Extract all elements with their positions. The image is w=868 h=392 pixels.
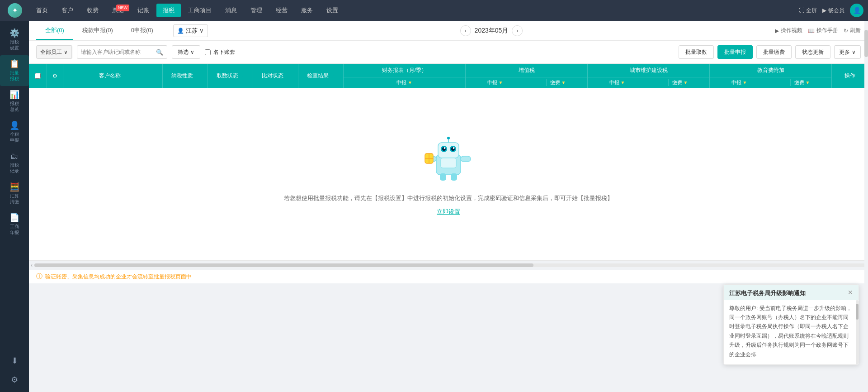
more-label: 更多 [839, 48, 850, 56]
sidebar-annual-report[interactable]: 📄 工商年报 [0, 209, 29, 240]
sidebar-annual-report-label: 工商年报 [10, 224, 19, 235]
notif-scrollbar[interactable] [856, 300, 859, 364]
nav-right-area: ⛶ 全屏 ▶ 畅会员 👤 [799, 4, 863, 17]
th-action: 操作 [832, 64, 868, 88]
user-avatar[interactable]: 👤 [850, 4, 863, 17]
operation-manual-button[interactable]: 📖 操作手册 [808, 27, 838, 34]
accounts-checkbox[interactable] [205, 49, 211, 55]
scroll-left-arrow[interactable]: ‹ [31, 262, 33, 268]
scrollbar-track[interactable] [34, 263, 866, 267]
nav-fee[interactable]: 收费 [80, 4, 105, 17]
notification-body-wrap: 尊敬的用户: 受当前电子税务局进一步升级的影响，同一个政务网账号（办税人）名下的… [724, 300, 859, 364]
sidebar-personal-tax[interactable]: 👤 个税申报 [0, 117, 29, 148]
search-input[interactable] [81, 49, 153, 55]
svg-rect-13 [451, 173, 457, 181]
employee-select[interactable]: 全部员工 ∨ [36, 45, 72, 59]
sidebar-tax-overview[interactable]: 📊 报税总览 [0, 86, 29, 117]
region-selector[interactable]: 👤 江苏 ∨ [173, 24, 208, 37]
nav-invoice[interactable]: 票据 NEW [106, 4, 130, 17]
th-edu-label: 教育费附加 [710, 64, 831, 77]
period-display: 2023年05月 [475, 27, 509, 35]
sidebar-settlement-label: 汇算清缴 [10, 193, 19, 205]
member-icon: ▶ [822, 7, 826, 14]
sidebar-personal-tax-label: 个税申报 [10, 131, 19, 143]
svg-point-9 [447, 137, 450, 139]
region-label: 江苏 [186, 27, 198, 35]
member-button[interactable]: ▶ 畅会员 [822, 7, 844, 14]
avatar-icon: 👤 [853, 7, 861, 14]
checkbox-label[interactable]: 名下账套 [205, 48, 235, 56]
sidebar-tax-records[interactable]: 🗂 报税记录 [0, 148, 29, 178]
th-settings[interactable]: ⚙ [47, 64, 63, 88]
svg-point-6 [444, 147, 446, 149]
tax-filter-icon[interactable]: ▼ [195, 73, 199, 78]
fetch-filter-icon[interactable]: ▼ [240, 73, 245, 78]
compare-filter-icon[interactable]: ▼ [285, 73, 290, 78]
search-icon: 🔍 [156, 49, 163, 56]
fullscreen-button[interactable]: ⛶ 全屏 [799, 7, 817, 14]
nav-manage[interactable]: 管理 [244, 4, 269, 17]
nav-message[interactable]: 消息 [219, 4, 243, 17]
batch-pay-button[interactable]: 批量缴费 [756, 45, 792, 59]
table-container: ⚙ 客户名称 ▼ 纳税性质 ▼ 取数状态 ▼ 比对状态 ▼ 检查结果 ▼ [29, 64, 868, 260]
nav-customer[interactable]: 客户 [55, 4, 80, 17]
sidebar-user-settings[interactable]: ⚙ [0, 371, 29, 388]
sidebar-batch-tax[interactable]: 📋 批量报税 [0, 55, 29, 86]
th-edu-group: 教育费附加 申报 ▼ 缴费 ▼ [710, 64, 832, 88]
batch-fetch-button[interactable]: 批量取数 [679, 45, 714, 59]
th-edu-pay: 缴费 ▼ [790, 79, 810, 86]
check-filter-icon[interactable]: ▼ [330, 73, 335, 78]
sidebar-download[interactable]: ⬇ [0, 352, 29, 369]
tab-zero-declare[interactable]: 0申报(0) [122, 22, 162, 40]
employee-select-label[interactable]: 全部员工 ∨ [37, 46, 72, 58]
status-update-button[interactable]: 状态更新 [795, 45, 830, 59]
select-all-checkbox[interactable] [35, 73, 41, 79]
sidebar-tax-overview-label: 报税总览 [10, 100, 19, 112]
th-financial-group: 财务报表（月/季） 申报 ▼ [344, 64, 466, 88]
notification-title: 江苏电子税务局升级影响通知 [729, 289, 806, 297]
th-checkbox[interactable] [29, 64, 47, 88]
notification-close-button[interactable]: ✕ [848, 289, 853, 296]
table-settings-icon: ⚙ [52, 73, 57, 79]
nav-business[interactable]: 工商项目 [182, 4, 218, 17]
svg-rect-12 [440, 173, 446, 181]
robot-illustration [424, 133, 473, 184]
batch-tax-icon: 📋 [9, 60, 19, 68]
logo[interactable]: ✦ [5, 0, 25, 21]
nav-home[interactable]: 首页 [30, 4, 54, 17]
batch-declare-button[interactable]: 批量申报 [717, 45, 753, 59]
checkbox-text: 名下账套 [213, 48, 235, 56]
period-prev-button[interactable]: ‹ [460, 25, 471, 36]
right-scrollthumb [864, 30, 868, 57]
period-next-button[interactable]: › [512, 25, 523, 36]
period-navigation: ‹ 2023年05月 › [460, 25, 523, 36]
tax-settings-icon: ⚙️ [9, 29, 19, 37]
name-filter-icon[interactable]: ▼ [123, 73, 127, 78]
right-scrollbar[interactable] [864, 21, 868, 392]
status-icon: ⓘ [36, 272, 42, 281]
operation-video-button[interactable]: ▶ 操作视频 [775, 27, 802, 34]
nav-settings[interactable]: 设置 [320, 4, 344, 17]
nav-tax[interactable]: 报税 [156, 4, 181, 17]
tab-tax-declare[interactable]: 税款申报(0) [73, 22, 122, 40]
th-name: 客户名称 ▼ [63, 64, 163, 88]
empty-state: 若您想使用批量报税功能，请先在【报税设置】中进行报税的初始化设置，完成密码验证和… [29, 88, 868, 260]
filter-chevron-icon: ∨ [190, 49, 194, 55]
horizontal-scrollbar[interactable]: ‹ [29, 260, 868, 269]
region-icon: 👤 [177, 28, 184, 34]
more-button[interactable]: 更多 ∨ [834, 45, 861, 59]
th-check: 检查结果 ▼ [298, 64, 344, 88]
sidebar-settlement[interactable]: 🧮 汇算清缴 [0, 178, 29, 209]
sidebar-tax-settings[interactable]: ⚙️ 报税设置 [0, 24, 29, 55]
th-city-label: 城市维护建设税 [588, 64, 709, 77]
notification-body: 尊敬的用户: 受当前电子税务局进一步升级的影响，同一个政务网账号（办税人）名下的… [724, 300, 859, 364]
tab-all[interactable]: 全部(0) [36, 22, 73, 40]
nav-operation[interactable]: 经营 [269, 4, 294, 17]
nav-bookkeeping[interactable]: 记账 [131, 4, 156, 17]
nav-service[interactable]: 服务 [295, 4, 319, 17]
user-settings-icon: ⚙ [11, 376, 18, 384]
filter-button[interactable]: 筛选 ∨ [172, 45, 200, 59]
sidebar-batch-tax-label: 批量报税 [10, 70, 19, 81]
refresh-button[interactable]: ↻ 刷新 [844, 27, 861, 34]
setup-link[interactable]: 立即设置 [437, 208, 460, 216]
